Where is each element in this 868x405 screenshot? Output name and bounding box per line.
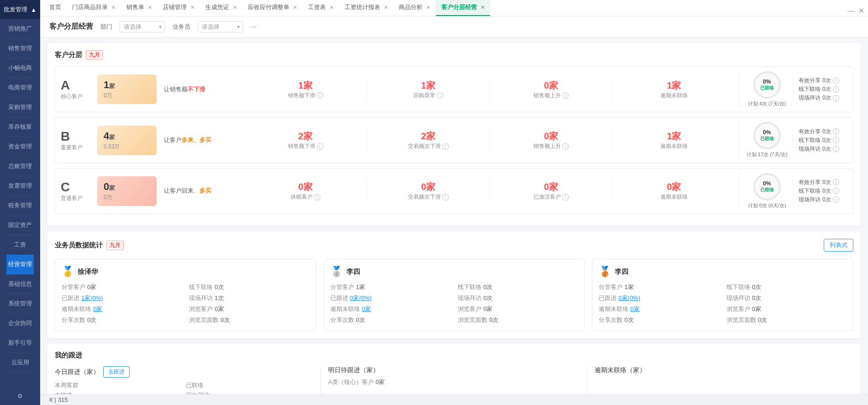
info-icon[interactable]: i bbox=[562, 92, 569, 99]
info-icon[interactable]: i bbox=[562, 143, 569, 150]
info-icon[interactable]: i bbox=[833, 128, 839, 135]
info-icon[interactable]: i bbox=[833, 86, 839, 93]
circle-pct: 0% bbox=[763, 129, 771, 136]
bottom-text: It } 315 bbox=[49, 396, 68, 403]
tab-close-icon[interactable]: ✕ bbox=[148, 5, 152, 11]
tab-门店商品目录[interactable]: 门店商品目录✕ bbox=[67, 0, 121, 16]
window-minimize-icon[interactable]: — bbox=[847, 7, 855, 15]
biz-row-val[interactable]: 1家(0%) bbox=[81, 294, 103, 302]
tab-销售单[interactable]: 销售单✕ bbox=[121, 0, 157, 16]
sidebar-item-经营管理[interactable]: 经营管理 bbox=[6, 255, 34, 274]
sidebar-item-云应用[interactable]: 云应用 bbox=[6, 353, 34, 373]
tab-close-icon[interactable]: ✕ bbox=[111, 5, 115, 11]
more-filter-icon[interactable]: ··· bbox=[251, 23, 256, 31]
followup-title: 我的跟进 bbox=[55, 351, 853, 360]
tab-生成凭证[interactable]: 生成凭证✕ bbox=[200, 0, 242, 16]
info-icon[interactable]: i bbox=[317, 92, 323, 99]
staff-select[interactable]: 请选择 bbox=[198, 21, 243, 32]
sidebar-item-企业协同[interactable]: 企业协同 bbox=[6, 314, 34, 333]
sidebar-item-总账管理[interactable]: 总账管理 bbox=[6, 157, 34, 176]
info-icon[interactable]: i bbox=[833, 95, 839, 101]
biz-data-row: 已跟进0家(0%) bbox=[599, 294, 719, 302]
sidebar-item-基础信息[interactable]: 基础信息 bbox=[6, 274, 34, 294]
tier-count-box-B: 4家0.53万 bbox=[97, 126, 157, 155]
window-close-icon[interactable]: ✕ bbox=[858, 6, 864, 15]
tab-应收应付调整单[interactable]: 应收应付调整单✕ bbox=[242, 0, 303, 16]
biz-row-val[interactable]: 0家(0%) bbox=[618, 294, 640, 302]
tier-label-C: C普通客户 bbox=[61, 180, 97, 202]
info-icon[interactable]: i bbox=[833, 188, 839, 194]
sidebar-item-营销推广[interactable]: 营销推广 bbox=[6, 19, 34, 39]
tab-close-icon[interactable]: ✕ bbox=[329, 5, 334, 11]
sidebar-item-固定资产[interactable]: 固定资产 bbox=[6, 216, 34, 235]
sidebar-collapse-icon[interactable]: ▲ bbox=[31, 6, 37, 13]
biz-row-label: 浏览页面数 bbox=[189, 316, 219, 324]
tab-工资表[interactable]: 工资表✕ bbox=[303, 0, 339, 16]
tab-close-icon[interactable]: ✕ bbox=[233, 5, 237, 11]
sidebar-item-工资[interactable]: 工资 bbox=[6, 235, 34, 255]
sidebar-item-销售管理[interactable]: 销售管理 bbox=[6, 39, 34, 58]
dept-select[interactable]: 请选择 bbox=[120, 21, 165, 32]
tab-close-icon[interactable]: ✕ bbox=[384, 5, 388, 11]
sidebar-item-新手引导[interactable]: 新手引导 bbox=[6, 333, 34, 353]
sidebar-gear-icon[interactable]: ⚙ bbox=[0, 387, 40, 405]
biz-row-val[interactable]: 0家 bbox=[630, 305, 639, 313]
tab-bar-actions[interactable]: — ✕ bbox=[847, 6, 864, 16]
sidebar-item-电商管理[interactable]: 电商管理 bbox=[6, 78, 34, 98]
biz-row-val: 0次 bbox=[752, 283, 761, 291]
tab-工资统计报表[interactable]: 工资统计报表✕ bbox=[339, 0, 393, 16]
biz-grid: 分管客户1家线下联络0次已跟进0家(0%)现场拜访0次逾期未联络0家浏览客户0家… bbox=[330, 283, 578, 324]
tier-label-A: A核心客户 bbox=[61, 78, 97, 100]
biz-row-label: 逾期未联络 bbox=[599, 305, 628, 313]
biz-data-row: 现场拜访1次 bbox=[189, 294, 309, 302]
medal-icon: 🥈 bbox=[330, 266, 343, 278]
tab-商品分析[interactable]: 商品分析✕ bbox=[393, 0, 436, 16]
tab-客户分层经营[interactable]: 客户分层经营✕ bbox=[436, 0, 490, 16]
sidebar-header[interactable]: 批发管理 ▲ bbox=[0, 0, 40, 19]
info-icon[interactable]: i bbox=[833, 78, 839, 84]
biz-name: 徐泽华 bbox=[78, 268, 98, 276]
info-icon[interactable]: i bbox=[314, 194, 320, 200]
tab-店铺管理[interactable]: 店铺管理✕ bbox=[157, 0, 200, 16]
biz-row-val[interactable]: 0家(0%) bbox=[350, 294, 372, 302]
tab-首页[interactable]: 首页 bbox=[44, 0, 67, 16]
tab-close-icon[interactable]: ✕ bbox=[481, 5, 485, 11]
medal-icon: 🥉 bbox=[599, 266, 611, 278]
tier-stat-num: 1家 bbox=[617, 130, 732, 142]
biz-row-val[interactable]: 0家 bbox=[362, 305, 371, 313]
sidebar-item-小畅电商[interactable]: 小畅电商 bbox=[6, 58, 34, 78]
biz-data-row: 浏览客户0家 bbox=[727, 305, 847, 313]
info-icon[interactable]: i bbox=[442, 143, 449, 150]
sidebar-item-采购管理[interactable]: 采购管理 bbox=[6, 98, 34, 117]
info-icon[interactable]: i bbox=[562, 194, 569, 200]
followup-go-button[interactable]: 去跟进 bbox=[103, 366, 130, 378]
sidebar-item-系统管理[interactable]: 系统管理 bbox=[6, 294, 34, 314]
tab-close-icon[interactable]: ✕ bbox=[190, 5, 194, 11]
sidebar-item-库存核算[interactable]: 库存核算 bbox=[6, 117, 34, 137]
tier-stat-label: 已激活客户 i bbox=[494, 193, 609, 201]
sidebar-item-税务管理[interactable]: 税务管理 bbox=[6, 196, 34, 216]
followup-col-title-text: 明日待跟进（家） bbox=[328, 366, 379, 374]
circle-pct: 0% bbox=[763, 79, 771, 85]
tier-stat-num: 0家 bbox=[494, 79, 609, 92]
info-icon[interactable]: i bbox=[442, 194, 449, 200]
biz-row-val[interactable]: 0家 bbox=[93, 305, 102, 313]
tab-close-icon[interactable]: ✕ bbox=[426, 5, 430, 11]
sidebar-item-资金管理[interactable]: 资金管理 bbox=[6, 137, 34, 157]
tab-close-icon[interactable]: ✕ bbox=[293, 5, 297, 11]
tab-bar: 首页门店商品目录✕销售单✕店铺管理✕生成凭证✕应收应付调整单✕工资表✕工资统计报… bbox=[40, 0, 868, 16]
biz-name: 李四 bbox=[615, 268, 628, 276]
info-icon[interactable]: i bbox=[833, 196, 839, 203]
list-view-button[interactable]: 列表式 bbox=[824, 239, 853, 252]
sidebar-item-发票管理[interactable]: 发票管理 bbox=[6, 176, 34, 196]
extra-stat-label: 有效分享 bbox=[799, 77, 821, 84]
info-icon[interactable]: i bbox=[833, 179, 839, 185]
followup-col-1: 明日待跟进（家）A类（核心）客户0家 bbox=[321, 366, 587, 394]
info-icon[interactable]: i bbox=[833, 146, 839, 152]
tab-label: 客户分层经营 bbox=[441, 3, 477, 11]
info-icon[interactable]: i bbox=[437, 92, 443, 99]
info-icon[interactable]: i bbox=[317, 143, 323, 150]
info-icon[interactable]: i bbox=[833, 137, 839, 143]
dept-label: 部门 bbox=[100, 23, 112, 31]
followup-rows: A类（核心）客户0家 bbox=[328, 378, 579, 386]
